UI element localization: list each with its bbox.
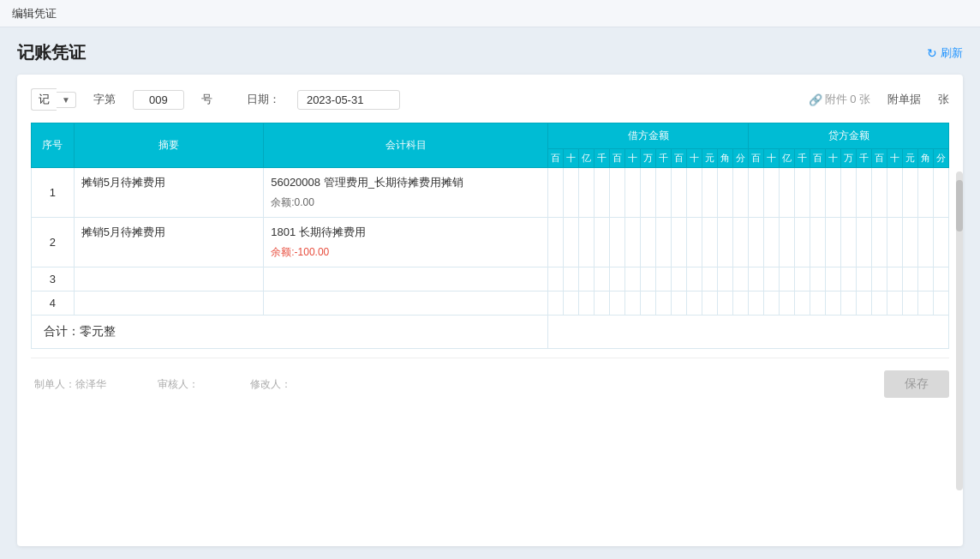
attach-link[interactable]: 🔗 附件 0 张 (809, 92, 870, 107)
cell-credit-amount[interactable] (749, 218, 764, 267)
cell-debit-amount[interactable] (595, 218, 610, 267)
cell-debit-amount[interactable] (579, 292, 595, 316)
type-dropdown-arrow[interactable]: ▼ (57, 92, 76, 108)
cell-credit-amount[interactable] (780, 168, 795, 218)
cell-account[interactable] (264, 292, 548, 316)
date-input[interactable] (297, 90, 400, 110)
cell-credit-amount[interactable] (871, 218, 887, 267)
cell-credit-amount[interactable] (764, 267, 780, 292)
cell-credit-amount[interactable] (871, 168, 887, 218)
cell-debit-amount[interactable] (672, 218, 687, 267)
scrollbar-thumb[interactable] (956, 180, 963, 231)
cell-credit-amount[interactable] (749, 267, 764, 292)
cell-debit-amount[interactable] (548, 292, 564, 316)
cell-debit-amount[interactable] (579, 168, 595, 218)
cell-debit-amount[interactable] (641, 267, 656, 292)
cell-debit-amount[interactable] (702, 267, 718, 292)
cell-debit-amount[interactable] (610, 218, 625, 267)
cell-credit-amount[interactable] (840, 168, 856, 218)
cell-debit-amount[interactable] (595, 168, 610, 218)
cell-credit-amount[interactable] (917, 292, 933, 316)
cell-credit-amount[interactable] (887, 218, 902, 267)
cell-credit-amount[interactable] (871, 292, 887, 316)
cell-credit-amount[interactable] (764, 292, 780, 316)
cell-debit-amount[interactable] (595, 267, 610, 292)
cell-debit-amount[interactable] (625, 292, 641, 316)
cell-credit-amount[interactable] (810, 218, 826, 267)
cell-credit-amount[interactable] (887, 168, 902, 218)
cell-credit-amount[interactable] (826, 292, 841, 316)
cell-debit-amount[interactable] (733, 168, 749, 218)
cell-debit-amount[interactable] (610, 267, 625, 292)
cell-debit-amount[interactable] (718, 168, 733, 218)
save-button[interactable]: 保存 (884, 370, 949, 398)
cell-debit-amount[interactable] (548, 168, 564, 218)
cell-debit-amount[interactable] (610, 292, 625, 316)
cell-credit-amount[interactable] (810, 168, 826, 218)
cell-debit-amount[interactable] (672, 168, 687, 218)
cell-credit-amount[interactable] (840, 292, 856, 316)
cell-debit-amount[interactable] (656, 292, 672, 316)
cell-debit-amount[interactable] (656, 168, 672, 218)
zi-number-input[interactable] (133, 90, 184, 110)
cell-credit-amount[interactable] (780, 292, 795, 316)
cell-credit-amount[interactable] (826, 168, 841, 218)
cell-debit-amount[interactable] (702, 218, 718, 267)
cell-debit-amount[interactable] (687, 292, 702, 316)
scrollbar[interactable] (956, 171, 963, 490)
cell-credit-amount[interactable] (902, 267, 917, 292)
cell-account[interactable]: 1801 长期待摊费用余额:-100.00 (264, 218, 548, 267)
cell-credit-amount[interactable] (795, 218, 810, 267)
cell-debit-amount[interactable] (687, 168, 702, 218)
cell-debit-amount[interactable] (548, 267, 564, 292)
cell-summary[interactable]: 摊销5月待摊费用 (74, 168, 263, 218)
cell-debit-amount[interactable] (733, 218, 749, 267)
cell-credit-amount[interactable] (902, 168, 917, 218)
cell-debit-amount[interactable] (718, 267, 733, 292)
cell-credit-amount[interactable] (810, 267, 826, 292)
cell-debit-amount[interactable] (656, 218, 672, 267)
cell-debit-amount[interactable] (564, 218, 579, 267)
cell-debit-amount[interactable] (579, 267, 595, 292)
cell-account[interactable]: 56020008 管理费用_长期待摊费用摊销余额:0.00 (264, 168, 548, 218)
cell-debit-amount[interactable] (564, 168, 579, 218)
cell-debit-amount[interactable] (564, 292, 579, 316)
cell-debit-amount[interactable] (718, 292, 733, 316)
cell-summary[interactable]: 摊销5月待摊费用 (74, 218, 263, 267)
cell-credit-amount[interactable] (871, 267, 887, 292)
attach-doc-button[interactable]: 附单据 (887, 92, 921, 107)
cell-credit-amount[interactable] (917, 218, 933, 267)
cell-credit-amount[interactable] (856, 168, 871, 218)
cell-summary[interactable] (74, 267, 263, 292)
cell-debit-amount[interactable] (672, 267, 687, 292)
cell-summary[interactable] (74, 292, 263, 316)
cell-debit-amount[interactable] (672, 292, 687, 316)
cell-credit-amount[interactable] (933, 218, 948, 267)
cell-credit-amount[interactable] (795, 292, 810, 316)
cell-account[interactable] (264, 267, 548, 292)
cell-credit-amount[interactable] (902, 292, 917, 316)
cell-credit-amount[interactable] (856, 218, 871, 267)
cell-credit-amount[interactable] (840, 267, 856, 292)
cell-debit-amount[interactable] (625, 168, 641, 218)
cell-credit-amount[interactable] (764, 218, 780, 267)
cell-credit-amount[interactable] (780, 218, 795, 267)
cell-debit-amount[interactable] (595, 292, 610, 316)
cell-debit-amount[interactable] (610, 168, 625, 218)
cell-credit-amount[interactable] (887, 292, 902, 316)
cell-credit-amount[interactable] (795, 267, 810, 292)
cell-credit-amount[interactable] (933, 168, 948, 218)
cell-debit-amount[interactable] (548, 218, 564, 267)
cell-credit-amount[interactable] (933, 267, 948, 292)
refresh-button[interactable]: ↻ 刷新 (927, 45, 963, 61)
cell-debit-amount[interactable] (702, 168, 718, 218)
cell-credit-amount[interactable] (856, 292, 871, 316)
cell-credit-amount[interactable] (902, 218, 917, 267)
cell-credit-amount[interactable] (933, 292, 948, 316)
voucher-type-select[interactable]: 记 ▼ (31, 88, 76, 111)
cell-debit-amount[interactable] (733, 267, 749, 292)
cell-debit-amount[interactable] (641, 168, 656, 218)
cell-debit-amount[interactable] (641, 218, 656, 267)
cell-credit-amount[interactable] (749, 168, 764, 218)
cell-credit-amount[interactable] (749, 292, 764, 316)
